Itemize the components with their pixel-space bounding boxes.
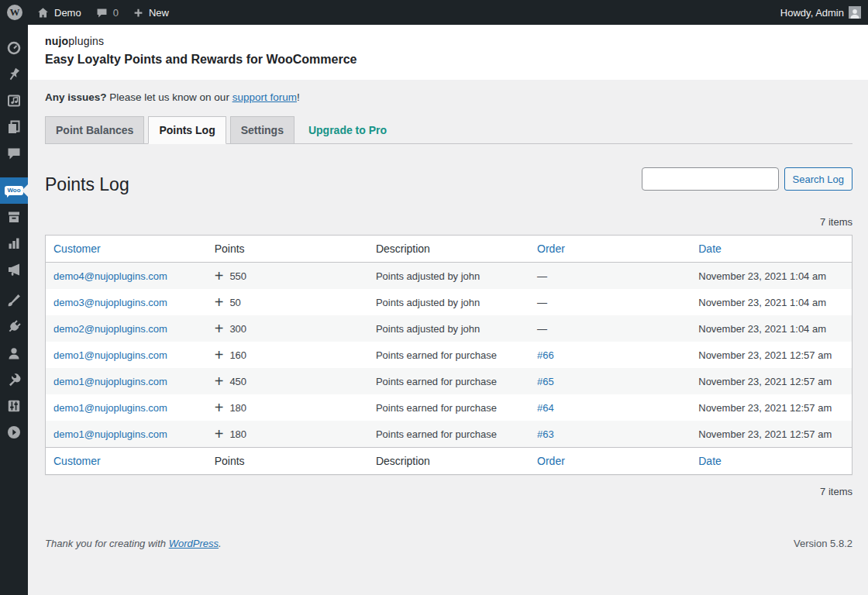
my-account-button[interactable]: Howdy, Admin	[773, 0, 868, 25]
sidebar-item-posts[interactable]	[0, 61, 28, 88]
sidebar-item-marketing[interactable]	[0, 256, 28, 283]
search-log-button[interactable]: Search Log	[784, 167, 853, 191]
user-icon	[6, 346, 22, 361]
tab-upgrade-to-pro[interactable]: Upgrade to Pro	[298, 117, 397, 143]
comments-count: 0	[113, 7, 119, 19]
order-link[interactable]: #65	[537, 376, 554, 387]
content-area: nujoplugins Easy Loyalty Points and Rewa…	[28, 0, 868, 560]
howdy-text: Howdy, Admin	[780, 7, 844, 19]
products-box-icon	[6, 209, 22, 225]
plus-icon: +	[215, 401, 224, 414]
sidebar-item-analytics[interactable]	[0, 230, 28, 256]
page-footer: Thank you for creating with WordPress. V…	[28, 497, 868, 560]
plus-icon: +	[215, 322, 224, 335]
bar-chart-icon	[6, 236, 22, 251]
sidebar-item-pages[interactable]	[0, 114, 28, 140]
table-row: demo1@nujoplugins.com +180 Points earned…	[46, 394, 852, 421]
home-icon	[36, 6, 50, 19]
points-log-table: Customer Points Description Order Date d…	[45, 235, 852, 475]
table-row: demo3@nujoplugins.com +50 Points adjuste…	[46, 289, 852, 315]
customer-link[interactable]: demo1@nujoplugins.com	[53, 428, 167, 440]
plugin-title: Easy Loyalty Points and Rewards for WooC…	[45, 53, 851, 67]
points-value: 180	[229, 402, 246, 414]
site-name: Demo	[54, 7, 81, 19]
customer-link[interactable]: demo1@nujoplugins.com	[53, 402, 167, 414]
sidebar-item-users[interactable]	[0, 340, 28, 366]
column-header-date[interactable]: Date	[691, 236, 852, 263]
plugin-header: nujoplugins Easy Loyalty Points and Rewa…	[28, 25, 868, 80]
collapse-icon	[6, 425, 22, 440]
comments-icon	[6, 146, 22, 161]
notice-text: Please let us know on our	[107, 91, 232, 103]
description-cell: Points earned for purchase	[368, 368, 529, 394]
wordpress-menu-button[interactable]: W	[0, 0, 29, 25]
sidebar-item-plugins[interactable]	[0, 314, 28, 340]
sidebar-item-media[interactable]	[0, 88, 28, 114]
sidebar-item-collapse-menu[interactable]	[0, 419, 28, 445]
points-value: 160	[229, 349, 246, 361]
footer-column-customer[interactable]: Customer	[46, 448, 207, 475]
date-cell: November 23, 2021 1:04 am	[691, 289, 852, 315]
active-menu-arrow	[22, 184, 28, 197]
notice-suffix: !	[297, 91, 300, 103]
plus-icon: +	[215, 295, 224, 309]
tab-points-log[interactable]: Points Log	[148, 116, 226, 144]
plus-icon: +	[215, 374, 224, 388]
order-link[interactable]: #66	[537, 349, 554, 361]
plus-icon	[133, 7, 144, 19]
plus-icon: +	[215, 427, 224, 441]
customer-link[interactable]: demo4@nujoplugins.com	[53, 270, 167, 282]
date-cell: November 23, 2021 12:57 am	[691, 394, 852, 421]
customer-link[interactable]: demo2@nujoplugins.com	[53, 323, 167, 335]
column-header-order[interactable]: Order	[529, 236, 691, 263]
pages-icon	[6, 119, 22, 135]
customer-link[interactable]: demo1@nujoplugins.com	[53, 349, 167, 361]
order-cell: —	[529, 315, 691, 342]
table-footer-row: Customer Points Description Order Date	[46, 448, 852, 475]
admin-sidebar: Woo	[0, 25, 28, 595]
sidebar-item-comments[interactable]	[0, 140, 28, 167]
sidebar-item-dashboard[interactable]	[0, 35, 28, 61]
date-cell: November 23, 2021 12:57 am	[691, 421, 852, 448]
date-cell: November 23, 2021 12:57 am	[691, 342, 852, 368]
avatar	[849, 6, 861, 19]
woocommerce-icon: Woo	[5, 186, 22, 195]
sidebar-item-settings[interactable]	[0, 393, 28, 419]
customer-link[interactable]: demo3@nujoplugins.com	[53, 297, 167, 308]
column-header-customer[interactable]: Customer	[46, 236, 207, 263]
tab-settings[interactable]: Settings	[230, 116, 294, 144]
order-link[interactable]: #64	[537, 402, 554, 414]
points-value: 550	[229, 270, 246, 282]
customer-link[interactable]: demo1@nujoplugins.com	[53, 376, 167, 387]
footer-column-date[interactable]: Date	[691, 448, 852, 475]
date-cell: November 23, 2021 1:04 am	[691, 315, 852, 342]
sidebar-item-tools[interactable]	[0, 366, 28, 393]
sidebar-item-woocommerce[interactable]: Woo	[0, 177, 28, 204]
comments-admin-button[interactable]: 0	[88, 0, 126, 25]
new-label: New	[149, 7, 169, 19]
date-cell: November 23, 2021 1:04 am	[691, 263, 852, 290]
order-link[interactable]: #63	[537, 428, 554, 440]
tab-point-balances[interactable]: Point Balances	[45, 116, 144, 144]
person-silhouette-icon	[849, 8, 860, 19]
table-row: demo2@nujoplugins.com +300 Points adjust…	[46, 315, 852, 342]
notice-bold: Any issues?	[45, 91, 107, 103]
footer-column-order[interactable]: Order	[529, 448, 691, 475]
wordpress-link[interactable]: WordPress	[169, 538, 219, 549]
admin-bar: W Demo 0 New Howdy, Admin	[0, 0, 868, 25]
page-title: Points Log	[45, 174, 129, 195]
sidebar-item-appearance[interactable]	[0, 287, 28, 314]
new-content-button[interactable]: New	[126, 0, 176, 25]
pin-icon	[6, 67, 22, 82]
search-area: Search Log	[642, 167, 853, 191]
table-row: demo1@nujoplugins.com +160 Points earned…	[46, 342, 852, 368]
table-row: demo1@nujoplugins.com +450 Points earned…	[46, 368, 852, 394]
support-forum-link[interactable]: support forum	[232, 91, 297, 103]
dashboard-icon	[6, 40, 22, 56]
site-link[interactable]: Demo	[29, 0, 88, 25]
tab-bar: Point Balances Points Log Settings Upgra…	[45, 116, 852, 144]
sidebar-item-products[interactable]	[0, 204, 28, 230]
brand-logo: nujoplugins	[45, 35, 851, 47]
wrench-icon	[6, 372, 22, 387]
search-input[interactable]	[642, 167, 779, 191]
